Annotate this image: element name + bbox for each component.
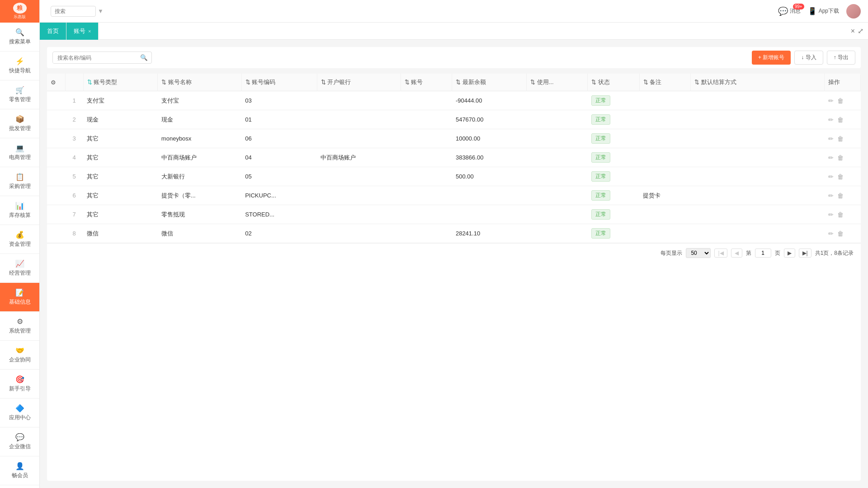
sidebar-item-base-info[interactable]: 📝 基础信息 [0, 283, 39, 312]
edit-button[interactable]: ✏ [828, 230, 834, 237]
delete-button[interactable]: 🗑 [837, 116, 844, 123]
col-remark[interactable]: ⇅ 备注 [639, 74, 691, 91]
add-account-button[interactable]: + 新增账号 [752, 51, 791, 65]
edit-button[interactable]: ✏ [828, 135, 834, 142]
delete-button[interactable]: 🗑 [837, 154, 844, 161]
col-account[interactable]: ⇅ 账号 [401, 74, 452, 91]
col-bank[interactable]: ⇅ 开户银行 [317, 74, 401, 91]
cell-usage [527, 167, 588, 186]
col-status[interactable]: ⇅ 状态 [588, 74, 639, 91]
page-last-button[interactable]: ▶| [799, 249, 811, 258]
edit-button[interactable]: ✏ [828, 173, 834, 180]
cell-name: 现金 [158, 110, 241, 129]
cell-account [401, 205, 452, 224]
cell-account [401, 148, 452, 167]
sidebar-item-ops-mgmt[interactable]: 📈 经营管理 [0, 254, 39, 283]
page-first-button[interactable]: |◀ [714, 249, 727, 258]
cell-status: 正常 [588, 129, 639, 148]
edit-button[interactable]: ✏ [828, 97, 834, 104]
inventory-calc-icon: 📊 [15, 202, 24, 210]
cell-bank [317, 186, 401, 205]
col-code[interactable]: ⇅ 账号编码 [241, 74, 317, 91]
sidebar-item-search-menu[interactable]: 🔍 搜索菜单 [0, 23, 39, 52]
sidebar-item-enterprise-wechat[interactable]: 💬 企业微信 [0, 427, 39, 456]
sidebar-item-capital-mgmt[interactable]: 💰 资金管理 [0, 225, 39, 254]
status-badge: 正常 [591, 114, 610, 125]
page-prev-button[interactable]: ◀ [731, 249, 742, 258]
cell-type: 其它 [83, 129, 158, 148]
cell-bank [317, 110, 401, 129]
tab-account[interactable]: 账号 × [66, 23, 99, 40]
tabbar: 首页 账号 × × ⤢ [40, 23, 868, 40]
action-buttons: ✏ 🗑 [828, 97, 857, 104]
delete-button[interactable]: 🗑 [837, 97, 844, 104]
ops-mgmt-icon: 📈 [15, 259, 24, 268]
delete-button[interactable]: 🗑 [837, 192, 844, 199]
cell-default-settlement [691, 129, 825, 148]
nav-select[interactable]: ▼ [47, 4, 107, 19]
col-name[interactable]: ⇅ 账号名称 [158, 74, 241, 91]
edit-button[interactable]: ✏ [828, 116, 834, 123]
cell-account [401, 91, 452, 110]
export-button[interactable]: ↑ 导出 [827, 51, 855, 65]
cell-actions: ✏ 🗑 [825, 129, 861, 148]
cell-name: moneybosx [158, 129, 241, 148]
cell-account [401, 129, 452, 148]
tab-home[interactable]: 首页 [40, 23, 66, 40]
delete-button[interactable]: 🗑 [837, 173, 844, 180]
edit-button[interactable]: ✏ [828, 192, 834, 199]
delete-button[interactable]: 🗑 [837, 135, 844, 142]
col-usage[interactable]: ⇅ 使用... [527, 74, 588, 91]
table-row: 4 其它 中百商场账户 04 中百商场账户 383866.00 正常 ✏ 🗑 [47, 148, 861, 167]
edit-button[interactable]: ✏ [828, 154, 834, 161]
tab-expand-button[interactable]: ⤢ [858, 27, 863, 35]
sidebar-item-inventory-calc[interactable]: 📊 库存核算 [0, 196, 39, 225]
search-button[interactable]: 🔍 [137, 52, 151, 63]
sidebar-item-new-guide[interactable]: 🎯 新手引导 [0, 370, 39, 399]
sidebar-item-purchase-mgmt[interactable]: 📋 采购管理 [0, 167, 39, 196]
app-download-button[interactable]: 📱 App下载 [808, 7, 839, 15]
sidebar-item-members[interactable]: 👤 畅会员 [0, 456, 39, 485]
col-default-settlement[interactable]: ⇅ 默认结算方式 [691, 74, 825, 91]
message-button[interactable]: 💬 消息 99+ [778, 6, 801, 16]
user-avatar[interactable] [846, 4, 861, 19]
table-row: 1 支付宝 支付宝 03 -90444.00 正常 ✏ 🗑 [47, 91, 861, 110]
sidebar-item-quick-nav[interactable]: ⚡ 快捷导航 [0, 52, 39, 80]
import-button[interactable]: ↓ 导入 [794, 51, 823, 65]
tab-close-button[interactable]: × [851, 27, 855, 35]
sidebar-item-retail-mgmt[interactable]: 🛒 零售管理 [0, 80, 39, 109]
tab-close-icon[interactable]: × [88, 28, 91, 34]
tabbar-actions: × ⤢ [851, 27, 863, 35]
sidebar-item-label: 系统管理 [9, 327, 31, 335]
delete-button[interactable]: 🗑 [837, 230, 844, 237]
col-settings[interactable]: ⚙ [47, 74, 65, 91]
sidebar-item-app-center[interactable]: 🔷 应用中心 [0, 399, 39, 427]
page-next-button[interactable]: ▶ [784, 249, 795, 258]
col-type[interactable]: ⇅ 账号类型 [83, 74, 158, 91]
search-input[interactable] [53, 52, 137, 63]
page-input[interactable] [755, 249, 771, 258]
delete-button[interactable]: 🗑 [837, 211, 844, 218]
edit-button[interactable]: ✏ [828, 211, 834, 218]
sidebar-item-wholesale-mgmt[interactable]: 📦 批发管理 [0, 109, 39, 138]
page-size-select[interactable]: 50 20 100 [686, 248, 711, 258]
cell-account [401, 110, 452, 129]
sidebar-item-enterprise-agreement[interactable]: 🤝 企业协同 [0, 341, 39, 370]
content-area: 🔍 + 新增账号 ↓ 导入 ↑ 导出 ⚙ ⇅ [40, 40, 868, 488]
cell-name: 微信 [158, 224, 241, 243]
sidebar-item-ecom-mgmt[interactable]: 💻 电商管理 [0, 138, 39, 167]
accounts-table: ⚙ ⇅ 账号类型 ⇅ 账号名称 ⇅ 账号编码 [47, 74, 861, 243]
topbar-search-input[interactable] [51, 6, 96, 17]
col-balance[interactable]: ⇅ 最新余额 [452, 74, 527, 91]
cell-bank: 中百商场账户 [317, 148, 401, 167]
sidebar: 粮 乐惠版 🔍 搜索菜单 ⚡ 快捷导航 🛒 零售管理 📦 批发管理 💻 电商管理… [0, 0, 40, 488]
table-row: 6 其它 提货卡（零... PICKUPC... 正常 提货卡 ✏ 🗑 [47, 186, 861, 205]
col-index [65, 74, 83, 91]
cell-code: 05 [241, 167, 317, 186]
cell-settings [47, 224, 65, 243]
sidebar-item-sys-mgmt[interactable]: ⚙ 系统管理 [0, 312, 39, 341]
search-box: 🔍 [52, 52, 152, 64]
cell-status: 正常 [588, 224, 639, 243]
cell-balance: 383866.00 [452, 148, 527, 167]
settings-icon: ⚙ [51, 79, 56, 86]
